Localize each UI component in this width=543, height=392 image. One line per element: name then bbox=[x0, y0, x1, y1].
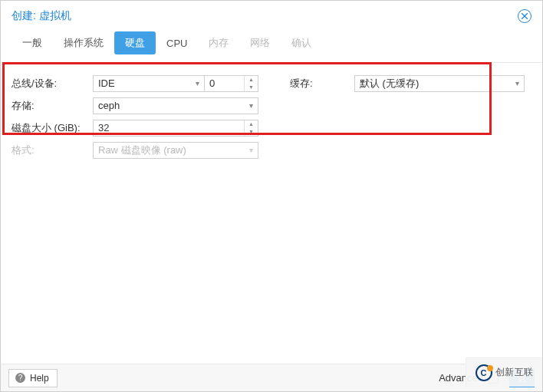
chevron-down-icon: ▾ bbox=[249, 101, 253, 110]
col-cache: 缓存: 默认 (无缓存) ▾ bbox=[275, 75, 531, 92]
disk-size-label: 磁盘大小 (GiB): bbox=[12, 121, 93, 135]
spinner-buttons: ▲ ▼ bbox=[244, 120, 258, 136]
cache-value: 默认 (无缓存) bbox=[360, 77, 515, 91]
bus-device-combo[interactable]: IDE ▾ bbox=[93, 75, 205, 92]
spinner-down-icon[interactable]: ▼ bbox=[245, 84, 258, 91]
disk-size-spinner[interactable]: 32 ▲ ▼ bbox=[93, 120, 258, 137]
bus-device-index-value: 0 bbox=[209, 77, 244, 89]
disk-size-value: 32 bbox=[98, 122, 244, 133]
row-storage: 存储: ceph ▾ bbox=[12, 94, 531, 117]
spinner-buttons: ▲ ▼ bbox=[244, 76, 258, 91]
watermark-logo-icon: C bbox=[476, 364, 492, 381]
col-disk-size: 磁盘大小 (GiB): 32 ▲ ▼ bbox=[12, 120, 275, 137]
help-button[interactable]: ? Help bbox=[8, 369, 58, 387]
col-storage: 存储: ceph ▾ bbox=[12, 97, 275, 114]
bus-device-index-spinner[interactable]: 0 ▲ ▼ bbox=[205, 75, 258, 92]
spinner-up-icon[interactable]: ▲ bbox=[245, 120, 258, 128]
tab-cpu[interactable]: CPU bbox=[156, 33, 198, 54]
storage-combo[interactable]: ceph ▾ bbox=[93, 97, 258, 114]
bus-device-value: IDE bbox=[98, 77, 196, 89]
close-button[interactable] bbox=[518, 9, 531, 23]
window-title: 创建: 虚拟机 bbox=[12, 9, 71, 23]
tab-os[interactable]: 操作系统 bbox=[53, 31, 114, 54]
storage-label: 存储: bbox=[12, 99, 93, 113]
help-label: Help bbox=[30, 373, 49, 384]
tab-confirm: 确认 bbox=[281, 31, 322, 54]
chevron-down-icon: ▾ bbox=[515, 79, 519, 87]
spinner-down-icon[interactable]: ▼ bbox=[245, 128, 258, 136]
create-vm-dialog: 创建: 虚拟机 一般 操作系统 硬盘 CPU 内存 网络 确认 总线/设备: I… bbox=[0, 0, 543, 392]
watermark-overlay: C 创新互联 bbox=[466, 357, 542, 387]
help-icon: ? bbox=[15, 373, 25, 383]
bus-device-field: IDE ▾ 0 ▲ ▼ bbox=[93, 75, 258, 92]
bus-device-label: 总线/设备: bbox=[12, 77, 93, 91]
format-combo: Raw 磁盘映像 (raw) ▾ bbox=[93, 142, 258, 159]
tab-network: 网络 bbox=[239, 31, 281, 54]
row-format: 格式: Raw 磁盘映像 (raw) ▾ bbox=[12, 139, 531, 161]
storage-value: ceph bbox=[98, 100, 249, 111]
format-label: 格式: bbox=[12, 143, 93, 157]
col-format: 格式: Raw 磁盘映像 (raw) ▾ bbox=[12, 142, 275, 159]
tab-disk[interactable]: 硬盘 bbox=[114, 31, 156, 54]
titlebar: 创建: 虚拟机 bbox=[1, 1, 542, 31]
spinner-up-icon[interactable]: ▲ bbox=[245, 76, 258, 84]
cache-combo[interactable]: 默认 (无缓存) ▾ bbox=[354, 75, 525, 92]
format-value: Raw 磁盘映像 (raw) bbox=[98, 143, 249, 157]
row-disk-size: 磁盘大小 (GiB): 32 ▲ ▼ bbox=[12, 117, 531, 139]
col-bus-device: 总线/设备: IDE ▾ 0 ▲ ▼ bbox=[12, 75, 275, 92]
cache-label: 缓存: bbox=[290, 77, 354, 91]
form-area: 总线/设备: IDE ▾ 0 ▲ ▼ 缓存: bbox=[1, 63, 542, 170]
tab-general[interactable]: 一般 bbox=[12, 31, 53, 54]
tab-memory: 内存 bbox=[198, 31, 239, 54]
tab-bar: 一般 操作系统 硬盘 CPU 内存 网络 确认 bbox=[1, 31, 542, 63]
close-icon bbox=[522, 13, 528, 19]
chevron-down-icon: ▾ bbox=[249, 146, 253, 154]
footer-bar: ? Help Advanced 返 bbox=[1, 364, 542, 391]
chevron-down-icon: ▾ bbox=[196, 79, 199, 87]
watermark-text: 创新互联 bbox=[495, 366, 534, 379]
row-bus-cache: 总线/设备: IDE ▾ 0 ▲ ▼ 缓存: bbox=[12, 72, 531, 94]
